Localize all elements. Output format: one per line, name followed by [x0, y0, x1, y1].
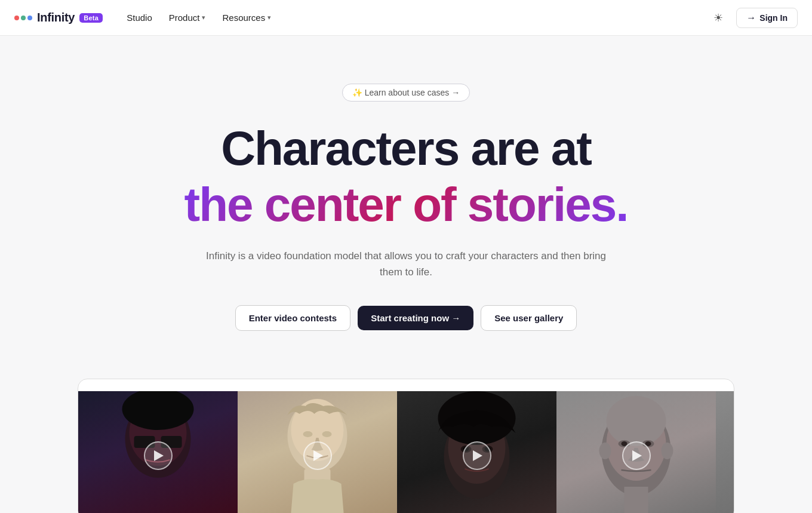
gallery-strip — [78, 391, 734, 513]
use-cases-pill-button[interactable]: ✨ Learn about use cases → — [342, 84, 470, 102]
hero-title: Characters are at the center of stories. — [184, 123, 628, 248]
sun-icon: ☀ — [713, 11, 723, 24]
play-button-2[interactable] — [303, 441, 332, 470]
see-gallery-button[interactable]: See user gallery — [481, 305, 577, 331]
play-button-1[interactable] — [144, 441, 173, 470]
resources-chevron-icon: ▾ — [267, 14, 271, 21]
gallery-overlay-4 — [556, 391, 716, 513]
gallery-item-partial — [716, 391, 734, 513]
logo-text: Infinity — [37, 11, 75, 24]
gallery-item-3[interactable] — [397, 391, 556, 513]
hero-title-line2: the center of stories. — [184, 179, 628, 231]
logo-dot-blue — [27, 16, 32, 20]
nav-links: Studio Product ▾ Resources ▾ — [119, 9, 278, 26]
enter-contest-button[interactable]: Enter video contests — [235, 305, 351, 331]
logo-link[interactable]: Infinity Beta — [14, 11, 103, 24]
pill-text: ✨ Learn about use cases → — [352, 88, 460, 97]
hero-title-line1: Characters are at — [184, 123, 628, 174]
play-triangle-1 — [154, 450, 164, 461]
gallery-overlay-2 — [238, 391, 397, 513]
theme-toggle-button[interactable]: ☀ — [708, 7, 729, 29]
gallery-item-2[interactable] — [238, 391, 397, 513]
play-triangle-4 — [632, 450, 642, 461]
gallery-overlay-1 — [78, 391, 238, 513]
nav-studio[interactable]: Studio — [119, 9, 159, 26]
gallery-item-4[interactable] — [556, 391, 716, 513]
hero-subtitle: Infinity is a video foundation model tha… — [203, 248, 609, 280]
play-button-4[interactable] — [622, 441, 651, 470]
logo-dot-red — [14, 16, 19, 20]
play-triangle-3 — [473, 450, 482, 461]
nav-right: ☀ → Sign In — [708, 7, 798, 29]
gallery-overlay-3 — [397, 391, 556, 513]
gallery-item-1[interactable] — [78, 391, 238, 513]
play-triangle-2 — [313, 450, 323, 461]
nav-product[interactable]: Product ▾ — [162, 9, 213, 26]
product-chevron-icon: ▾ — [202, 14, 205, 21]
gallery-container — [78, 379, 734, 513]
logo-dot-green — [21, 16, 26, 20]
nav-resources[interactable]: Resources ▾ — [215, 9, 278, 26]
hero-section: ✨ Learn about use cases → Characters are… — [0, 36, 812, 355]
beta-badge: Beta — [79, 13, 103, 23]
hero-buttons: Enter video contests Start creating now … — [235, 305, 577, 331]
start-creating-button[interactable]: Start creating now → — [358, 306, 473, 330]
sign-in-button[interactable]: → Sign In — [736, 8, 798, 28]
play-button-3[interactable] — [463, 441, 491, 470]
navbar: Infinity Beta Studio Product ▾ Resources… — [0, 0, 812, 36]
sign-in-icon: → — [746, 13, 756, 23]
logo-icon — [14, 16, 32, 20]
